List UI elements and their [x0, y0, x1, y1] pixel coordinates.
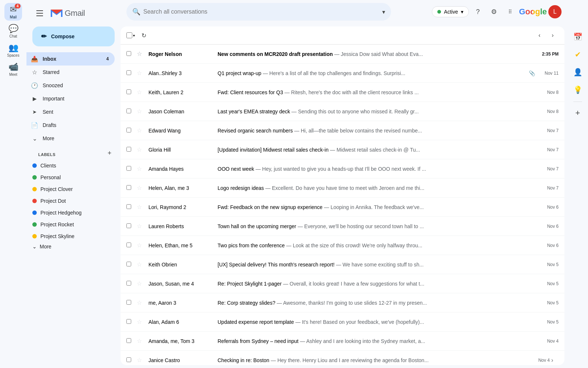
select-all-checkbox[interactable] [126, 32, 132, 38]
nav-item-more[interactable]: ⌄ More [26, 132, 115, 145]
email-row[interactable]: ☆ Janice Castro Checking in re: Boston —… [121, 351, 564, 365]
email-subject: Revised organic search numbers [218, 128, 293, 134]
nav-item-inbox[interactable]: 📥 Inbox 4 [26, 52, 115, 66]
label-item-project-clover[interactable]: Project Clover [26, 183, 121, 195]
keep-icon-btn[interactable]: 💡 [570, 82, 585, 97]
search-input[interactable] [143, 8, 379, 15]
star-icon[interactable]: ☆ [137, 299, 146, 306]
email-row[interactable]: ☆ Lauren Roberts Town hall on the upcomi… [121, 217, 564, 236]
label-dot-project-rocket [32, 222, 37, 227]
email-time: Nov 11 [538, 71, 559, 76]
email-time: Nov 6 [538, 243, 559, 248]
star-icon[interactable]: ☆ [137, 280, 146, 287]
email-row[interactable]: ☆ Amanda, me, Tom 3 Referrals from Sydne… [121, 332, 564, 351]
star-icon[interactable]: ☆ [137, 223, 146, 230]
google-logo[interactable]: Google [519, 7, 547, 17]
active-status-badge[interactable]: Active ▾ [432, 6, 469, 17]
next-page-button[interactable]: › [547, 29, 559, 41]
add-panel-button[interactable]: + [571, 106, 584, 120]
email-row[interactable]: ☆ Keith Obrien [UX] Special delivery! Th… [121, 255, 564, 274]
row-checkbox[interactable] [126, 70, 131, 75]
star-icon[interactable]: ☆ [137, 184, 146, 191]
select-all-dropdown[interactable]: ▾ [133, 33, 135, 38]
row-checkbox[interactable] [126, 109, 131, 113]
row-checkbox[interactable] [126, 338, 131, 343]
label-item-project-skyline[interactable]: Project Skyline [26, 230, 121, 242]
nav-item-sent[interactable]: ➤ Sent [26, 105, 115, 118]
nav-item-snoozed[interactable]: 🕐 Snoozed [26, 79, 115, 92]
search-bar[interactable]: 🔍 ▾ [126, 3, 391, 21]
star-icon[interactable]: ☆ [137, 89, 146, 96]
star-icon[interactable]: ☆ [137, 261, 146, 268]
apps-button[interactable]: ⠿ [503, 4, 517, 19]
star-icon[interactable]: ☆ [137, 127, 146, 134]
search-dropdown-icon[interactable]: ▾ [382, 8, 385, 15]
settings-button[interactable]: ⚙ [487, 4, 501, 19]
email-row[interactable]: ☆ Gloria Hill [Updated invitation] Midwe… [121, 140, 564, 159]
email-row[interactable]: ☆ Helen, Ethan, me 5 Two pics from the c… [121, 236, 564, 255]
contacts-icon-btn[interactable]: 👤 [570, 65, 585, 79]
email-row[interactable]: ☆ Keith, Lauren 2 Fwd: Client resources … [121, 83, 564, 102]
row-checkbox[interactable] [126, 166, 131, 171]
email-row[interactable]: ☆ Edward Wang Revised organic search num… [121, 121, 564, 140]
nav-item-starred[interactable]: ☆ Starred [26, 66, 115, 79]
star-icon[interactable]: ☆ [137, 70, 146, 77]
row-checkbox[interactable] [126, 300, 131, 305]
email-row[interactable]: ☆ Alan, Adam 6 Updated expense report te… [121, 312, 564, 332]
label-item-project-hedgehog[interactable]: Project Hedgehog [26, 207, 121, 219]
row-checkbox[interactable] [126, 147, 131, 152]
label-item-clients[interactable]: Clients [26, 160, 121, 171]
email-row[interactable]: ☆ Jason Coleman Last year's EMEA strateg… [121, 102, 564, 121]
prev-page-button[interactable]: ‹ [534, 29, 545, 41]
row-checkbox[interactable] [126, 89, 131, 94]
user-avatar[interactable]: L [548, 5, 562, 18]
email-row[interactable]: ☆ Jason, Susan, me 4 Re: Project Skyligh… [121, 274, 564, 293]
email-row[interactable]: ☆ Roger Nelson New comments on MCR2020 d… [121, 45, 564, 64]
star-icon[interactable]: ☆ [137, 146, 146, 153]
row-checkbox[interactable] [126, 185, 131, 190]
row-checkbox[interactable] [126, 357, 131, 362]
label-item-project-rocket[interactable]: Project Rocket [26, 219, 121, 230]
refresh-button[interactable]: ↻ [138, 29, 150, 41]
row-checkbox[interactable] [126, 243, 131, 247]
add-label-button[interactable]: + [104, 148, 115, 158]
icon-sidebar: ✉ Mail 4 💬 Chat 👥 Spaces 📹 Meet [0, 0, 26, 368]
star-icon[interactable]: ☆ [137, 242, 146, 249]
email-row[interactable]: ☆ Alan..Shirley 3 Q1 project wrap-up — H… [121, 64, 564, 83]
star-icon[interactable]: ☆ [137, 337, 146, 344]
hamburger-menu[interactable] [32, 6, 47, 21]
row-checkbox[interactable] [126, 281, 131, 286]
star-icon[interactable]: ☆ [137, 357, 146, 364]
sidebar-item-mail[interactable]: ✉ Mail 4 [4, 3, 22, 21]
calendar-icon-btn[interactable]: 📅 [570, 29, 585, 44]
more-labels-button[interactable]: ⌄ More [26, 242, 121, 251]
star-icon[interactable]: ☆ [137, 318, 146, 325]
email-time: Nov 6 [538, 224, 559, 229]
nav-item-drafts[interactable]: 📄 Drafts [26, 118, 115, 132]
email-row[interactable]: ☆ me, Aaron 3 Re: Corp strategy slides? … [121, 293, 564, 312]
email-row[interactable]: ☆ Helen, Alan, me 3 Logo redesign ideas … [121, 178, 564, 198]
drafts-label: Drafts [43, 122, 56, 128]
row-checkbox[interactable] [126, 319, 131, 324]
star-icon[interactable]: ☆ [137, 204, 146, 210]
help-button[interactable]: ? [470, 4, 485, 19]
sidebar-item-spaces[interactable]: 👥 Spaces [4, 41, 22, 59]
label-item-project-dot[interactable]: Project Dot [26, 195, 121, 207]
sidebar-item-meet[interactable]: 📹 Meet [4, 60, 22, 78]
label-item-personal[interactable]: Personal [26, 171, 121, 183]
row-checkbox[interactable] [126, 204, 131, 209]
row-checkbox[interactable] [126, 128, 131, 132]
tasks-icon-btn[interactable]: ✔ [570, 47, 585, 62]
starred-label: Starred [43, 69, 60, 75]
row-checkbox[interactable] [126, 51, 131, 56]
star-icon[interactable]: ☆ [137, 165, 146, 172]
row-checkbox[interactable] [126, 262, 131, 266]
nav-item-important[interactable]: ▶ Important [26, 92, 115, 105]
email-row[interactable]: ☆ Amanda Hayes OOO next week — Hey, just… [121, 159, 564, 178]
sidebar-item-chat[interactable]: 💬 Chat [4, 22, 22, 40]
compose-button[interactable]: ✏ Compose [32, 26, 115, 46]
star-icon[interactable]: ☆ [137, 108, 146, 115]
star-icon[interactable]: ☆ [137, 50, 146, 57]
row-checkbox[interactable] [126, 223, 131, 228]
email-row[interactable]: ☆ Lori, Raymond 2 Fwd: Feedback on the n… [121, 198, 564, 217]
